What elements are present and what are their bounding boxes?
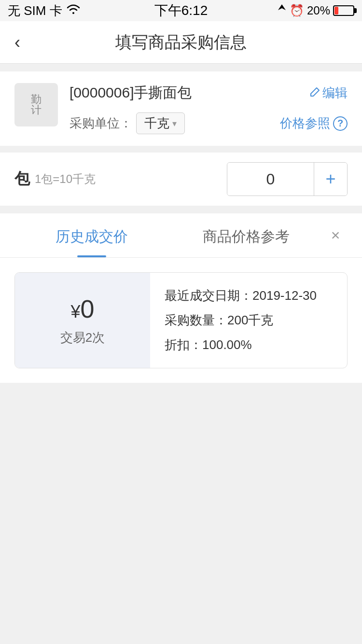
quantity-display: 0 — [227, 163, 314, 196]
status-bar: 无 SIM 卡 下午6:12 ⏰ 20% — [0, 0, 362, 21]
main-content-area — [0, 383, 362, 644]
location-icon — [277, 3, 287, 18]
history-content: ¥0 交易2次 最近成交日期：2019-12-30 采购数量：200千克 折扣：… — [0, 258, 362, 383]
discount-value: 100.00% — [202, 337, 252, 352]
product-thumbnail: 勤 计 — [14, 83, 58, 126]
unit-conversion-text: 1包=10千克 — [35, 171, 96, 187]
tab-close-button[interactable]: × — [323, 224, 348, 248]
price-details: 最近成交日期：2019-12-30 采购数量：200千克 折扣：100.00% — [150, 273, 347, 368]
tabs-header: 历史成交价 商品价格参考 × — [0, 213, 362, 258]
quantity-plus-button[interactable]: + — [314, 163, 347, 196]
quantity-row: 包 1包=10千克 0 + — [0, 153, 362, 206]
purchase-qty-value: 200千克 — [227, 313, 273, 327]
recent-date-label: 最近成交日期： — [165, 288, 252, 303]
help-circle-icon: ? — [333, 116, 348, 131]
edit-icon — [310, 85, 320, 100]
owl-icon-top: 勤 — [31, 94, 42, 105]
discount-label: 折扣： — [165, 337, 202, 352]
tabs-container: 历史成交价 商品价格参考 × ¥0 交易2次 最近成交日期：2019-12-30… — [0, 213, 362, 383]
unit-selector[interactable]: 千克 ▾ — [136, 112, 185, 134]
status-left: 无 SIM 卡 — [8, 2, 81, 19]
alarm-icon: ⏰ — [290, 4, 304, 17]
price-ref-label: 价格参照 — [280, 115, 330, 132]
wifi-icon — [66, 3, 81, 18]
price-ref-button[interactable]: 价格参照 ? — [280, 115, 348, 132]
edit-button[interactable]: 编辑 — [310, 84, 348, 101]
purchase-qty-label: 采购数量： — [165, 313, 227, 327]
quantity-controls: 0 + — [227, 162, 348, 196]
tab-history-price[interactable]: 历史成交价 — [14, 213, 169, 257]
status-right: ⏰ 20% — [277, 3, 354, 18]
status-time: 下午6:12 — [154, 1, 208, 20]
currency-symbol: ¥ — [71, 302, 81, 322]
quantity-unit-label: 包 — [14, 168, 30, 190]
purchase-unit-row: 采购单位： 千克 ▾ 价格参照 ? — [70, 112, 348, 134]
price-value: 0 — [81, 295, 95, 323]
price-summary: ¥0 交易2次 — [15, 273, 150, 368]
carrier-text: 无 SIM 卡 — [8, 2, 62, 19]
section-divider — [0, 146, 362, 153]
unit-label-text: 采购单位： — [70, 115, 132, 132]
tab-price-reference[interactable]: 商品价格参考 — [169, 213, 323, 257]
quantity-unit-info: 包 1包=10千克 — [14, 168, 96, 190]
product-details: [0000006]手撕面包 编辑 采购单位： 千克 ▾ 价格参照 — [70, 83, 348, 134]
purchase-qty-row: 采购数量：200千克 — [165, 312, 333, 329]
price-history-card: ¥0 交易2次 最近成交日期：2019-12-30 采购数量：200千克 折扣：… — [14, 272, 348, 368]
owl-icon-bottom: 计 — [31, 105, 42, 115]
battery-percent: 20% — [307, 4, 330, 17]
recent-date-value: 2019-12-30 — [252, 288, 317, 303]
dropdown-arrow-icon: ▾ — [172, 118, 177, 129]
price-amount: ¥0 — [71, 294, 95, 323]
back-button[interactable]: ‹ — [10, 28, 25, 57]
product-name-row: [0000006]手撕面包 编辑 — [70, 83, 348, 103]
page-title: 填写商品采购信息 — [115, 31, 247, 54]
recent-date-row: 最近成交日期：2019-12-30 — [165, 287, 333, 304]
product-card: 勤 计 [0000006]手撕面包 编辑 采购单位： 千克 ▾ — [0, 71, 362, 146]
battery-icon — [333, 5, 354, 16]
trade-count: 交易2次 — [60, 329, 105, 346]
unit-label-container: 采购单位： 千克 ▾ — [70, 112, 185, 134]
edit-label: 编辑 — [322, 84, 348, 101]
unit-value: 千克 — [144, 115, 169, 132]
product-full-name: [0000006]手撕面包 — [70, 83, 192, 103]
discount-row: 折扣：100.00% — [165, 336, 333, 353]
nav-bar: ‹ 填写商品采购信息 — [0, 21, 362, 64]
